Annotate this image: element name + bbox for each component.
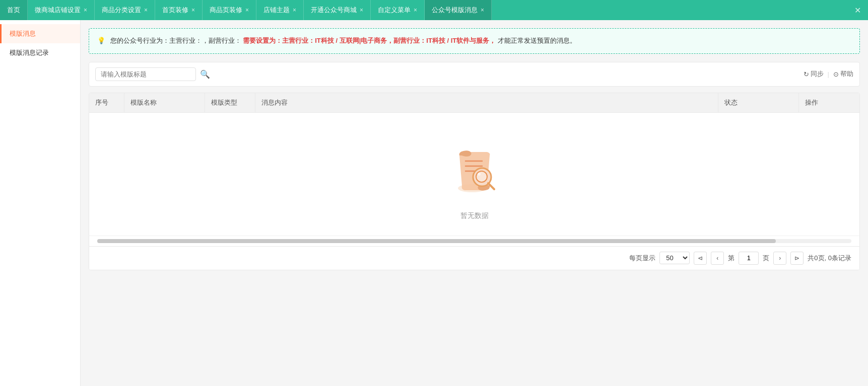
tab-menu-label: 自定义菜单 xyxy=(378,6,411,15)
search-bar: 🔍 ↻ 同步 | ⊙ 帮助 xyxy=(89,62,860,87)
tab-mall-label: 开通公众号商城 xyxy=(311,6,357,15)
tab-homepage-close[interactable]: × xyxy=(191,7,195,14)
divider: | xyxy=(828,70,829,78)
table-header: 序号 模版名称 模版类型 消息内容 状态 操作 xyxy=(89,93,859,113)
next-page-button[interactable]: › xyxy=(773,252,786,265)
layout: 模版消息 模版消息记录 💡 您的公众号行业为：主营行业：，副营行业： 需要设置为… xyxy=(0,20,868,386)
tab-template-label: 公众号模版消息 xyxy=(432,6,478,15)
tab-home-label: 首页 xyxy=(7,6,20,15)
th-name: 模版名称 xyxy=(124,93,205,112)
help-icon: ⊙ xyxy=(833,70,839,78)
svg-point-7 xyxy=(478,173,481,176)
search-icon: 🔍 xyxy=(200,70,210,79)
tab-mall-close[interactable]: × xyxy=(360,7,363,14)
tab-homepage-label: 首页装修 xyxy=(162,6,188,15)
pagination-bar: 每页显示 50 10 20 100 ⊲ ‹ 第 页 › ⊳ 共0页, 0条记录 xyxy=(89,246,859,270)
tab-weshop-close[interactable]: × xyxy=(84,7,87,14)
sync-label: 同步 xyxy=(811,69,824,79)
sidebar-item-template-log-label: 模版消息记录 xyxy=(10,49,49,56)
empty-icon xyxy=(444,143,505,203)
tab-weshop-label: 微商城店铺设置 xyxy=(35,6,81,15)
th-type: 模版类型 xyxy=(205,93,255,112)
tab-home[interactable]: 首页 xyxy=(0,0,28,20)
search-right: ↻ 同步 | ⊙ 帮助 xyxy=(804,69,853,79)
scroll-area[interactable] xyxy=(89,236,859,246)
tab-category-close[interactable]: × xyxy=(144,7,148,14)
scroll-thumb[interactable] xyxy=(97,239,776,243)
total-info: 共0页, 0条记录 xyxy=(808,254,851,263)
tab-menu[interactable]: 自定义菜单 × xyxy=(371,0,425,20)
tab-menu-close[interactable]: × xyxy=(414,7,417,14)
th-status: 状态 xyxy=(718,93,799,112)
tab-category[interactable]: 商品分类设置 × xyxy=(95,0,155,20)
empty-state: 暂无数据 xyxy=(89,113,859,236)
page-number-input[interactable] xyxy=(739,252,759,265)
tab-category-label: 商品分类设置 xyxy=(102,6,141,15)
last-page-button[interactable]: ⊳ xyxy=(790,252,804,265)
main-content: 💡 您的公众号行业为：主营行业：，副营行业： 需要设置为：主营行业：IT科技 /… xyxy=(81,20,868,386)
sidebar: 模版消息 模版消息记录 xyxy=(0,20,81,386)
search-button[interactable]: 🔍 xyxy=(200,69,210,79)
tab-theme-close[interactable]: × xyxy=(293,7,296,14)
sync-icon: ↻ xyxy=(804,70,809,78)
tab-productpage-label: 商品页装修 xyxy=(210,6,242,15)
table-container: 序号 模版名称 模版类型 消息内容 状态 操作 xyxy=(89,93,860,270)
th-action: 操作 xyxy=(799,93,859,112)
tab-template[interactable]: 公众号模版消息 × xyxy=(425,0,492,20)
tab-bar: 首页 微商城店铺设置 × 商品分类设置 × 首页装修 × 商品页装修 × 店铺主… xyxy=(0,0,868,20)
notice-icon: 💡 xyxy=(97,37,105,44)
th-content: 消息内容 xyxy=(255,93,718,112)
prev-page-button[interactable]: ‹ xyxy=(711,252,724,265)
tab-homepage[interactable]: 首页装修 × xyxy=(155,0,203,20)
help-label: 帮助 xyxy=(840,69,853,79)
svg-point-5 xyxy=(476,171,487,182)
search-left: 🔍 xyxy=(95,67,210,81)
scroll-track xyxy=(97,239,851,243)
page-word: 第 xyxy=(728,254,735,263)
help-button[interactable]: ⊙ 帮助 xyxy=(833,69,853,79)
first-page-button[interactable]: ⊲ xyxy=(694,252,707,265)
tab-theme[interactable]: 店铺主题 × xyxy=(256,0,304,20)
search-input[interactable] xyxy=(95,67,196,81)
page-size-label: 每页显示 xyxy=(629,254,655,263)
sync-button[interactable]: ↻ 同步 xyxy=(804,69,824,79)
tab-template-close[interactable]: × xyxy=(481,7,484,14)
tab-weshop[interactable]: 微商城店铺设置 × xyxy=(28,0,95,20)
empty-text: 暂无数据 xyxy=(460,211,489,220)
tab-productpage[interactable]: 商品页装修 × xyxy=(203,0,256,20)
notice-suffix: 才能正常发送预置的消息。 xyxy=(498,37,576,44)
notice-box: 💡 您的公众号行业为：主营行业：，副营行业： 需要设置为：主营行业：IT科技 /… xyxy=(89,28,860,54)
th-seq: 序号 xyxy=(89,93,124,112)
sidebar-item-template-log[interactable]: 模版消息记录 xyxy=(0,43,80,62)
sidebar-item-template-msg-label: 模版消息 xyxy=(10,30,36,37)
tab-mall[interactable]: 开通公众号商城 × xyxy=(304,0,371,20)
sidebar-item-template-msg[interactable]: 模版消息 xyxy=(0,24,80,43)
page-size-select[interactable]: 50 10 20 100 xyxy=(659,252,690,264)
notice-prefix: 您的公众号行业为：主营行业：，副营行业： xyxy=(110,37,241,44)
tab-bar-close-all[interactable]: ✕ xyxy=(847,6,868,15)
notice-highlight: 需要设置为：主营行业：IT科技 / 互联网|电子商务，副营行业：IT科技 / I… xyxy=(243,37,496,44)
page-unit: 页 xyxy=(763,254,769,263)
tab-productpage-close[interactable]: × xyxy=(245,7,249,14)
tab-theme-label: 店铺主题 xyxy=(263,6,290,15)
